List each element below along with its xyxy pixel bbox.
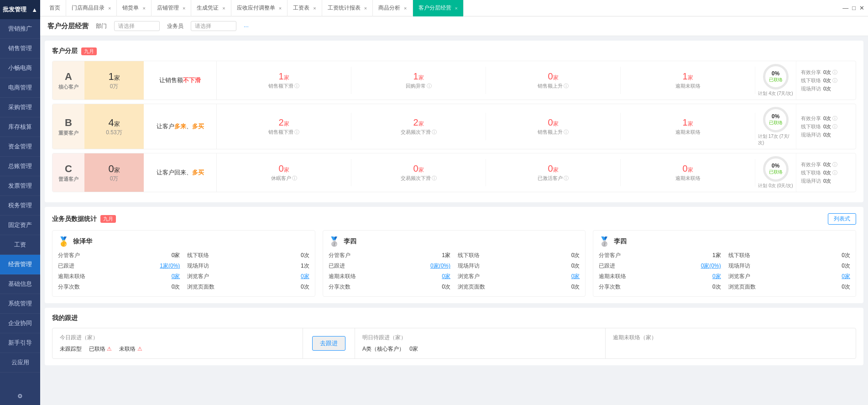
tab-工资表[interactable]: 工资表× — [288, 0, 322, 16]
tier-c-metric-3: 0家 已激活客户 ⓘ — [486, 159, 621, 186]
tab-生成凭证[interactable]: 生成凭证× — [191, 0, 231, 16]
staff-card-header-0: 🥇徐泽华 — [58, 236, 309, 247]
staff-stat-2-2: 已跟进0家(0%) — [599, 262, 721, 270]
customer-section-header: 客户分层 九月 — [52, 47, 856, 55]
staff-stat-val-1-5[interactable]: 0家 — [571, 273, 580, 280]
window-minimize-icon[interactable]: — — [842, 5, 848, 11]
today-label-untracked: 未跟踪型 — [60, 345, 82, 353]
staff-stat-label-0-7: 浏览页面数 — [187, 283, 214, 291]
window-maximize-icon[interactable]: □ — [852, 5, 856, 11]
tab-close-生成凭证[interactable]: × — [222, 5, 225, 11]
tab-close-工资统计报表[interactable]: × — [364, 5, 367, 11]
tab-close-门店商品目录[interactable]: × — [108, 5, 111, 11]
more-filters-btn[interactable]: ··· — [244, 23, 249, 30]
tab-店铺管理[interactable]: 店铺管理× — [152, 0, 191, 16]
tab-close-商品分析[interactable]: × — [404, 5, 407, 11]
staff-section-title: 业务员数据统计 — [52, 215, 97, 223]
sidebar-item-电商管理[interactable]: 电商管理 — [0, 78, 40, 98]
sidebar-item-企业协同[interactable]: 企业协同 — [0, 314, 40, 333]
window-close-icon[interactable]: ✕ — [859, 5, 864, 11]
followup-content: 今日跟进（家） 未跟踪型 已联络 ⚠ 未联络 ⚠ 去跟进 明日待跟进（家） A类… — [52, 328, 856, 359]
staff-stat-val-0-3: 1次 — [301, 262, 309, 270]
sidebar-item-工资[interactable]: 工资 — [0, 235, 40, 255]
staff-stats-grid-0: 分管客户0家线下联络0次已跟进1家(0%)现场拜访1次逾期未联络0家浏览客户0家… — [58, 252, 309, 291]
staff-stat-val-2-3: 0次 — [842, 262, 850, 270]
staff-stat-val-0-7: 0次 — [301, 283, 309, 291]
sidebar-item-云应用[interactable]: 云应用 — [0, 353, 40, 373]
tier-c-metric-2: 0家 交易频次下滑 ⓘ — [351, 159, 486, 186]
staff-stat-val-1-4[interactable]: 0家 — [442, 273, 450, 280]
sidebar-item-库存核算[interactable]: 库存核算 — [0, 117, 40, 137]
staff-stats-grid-1: 分管客户1家线下联络0次已跟进0家(0%)现场拜访0次逾期未联络0家浏览客户0家… — [329, 252, 580, 291]
tab-close-店铺管理[interactable]: × — [183, 5, 185, 11]
sidebar-item-营销推广[interactable]: 营销推广 — [0, 19, 40, 39]
sidebar-item-小畅电商[interactable]: 小畅电商 — [0, 58, 40, 78]
sidebar-item-固定资产[interactable]: 固定资产 — [0, 216, 40, 235]
sidebar-item-资金管理[interactable]: 资金管理 — [0, 137, 40, 157]
tomorrow-col-content: A类（核心客户） 0家 — [362, 345, 598, 353]
tier-a-count: 1家 — [108, 71, 120, 83]
tab-门店商品目录[interactable]: 门店商品目录× — [66, 0, 117, 16]
sidebar-item-基础信息[interactable]: 基础信息 — [0, 274, 40, 294]
staff-stat-label-0-1: 线下联络 — [187, 252, 209, 259]
staff-stat-label-0-2: 已跟进 — [58, 262, 74, 270]
staff-stat-val-2-5[interactable]: 0家 — [842, 273, 850, 280]
tier-a-count-block: 1家 0万 — [84, 61, 144, 100]
sidebar: 批发管理 ▲ 营销推广销售管理小畅电商电商管理采购管理库存核算资金管理总账管理发… — [0, 0, 40, 405]
staff-name-1: 李四 — [344, 237, 356, 246]
tab-close-应收应付调整单[interactable]: × — [279, 5, 282, 11]
sidebar-item-系统管理[interactable]: 系统管理 — [0, 294, 40, 314]
settings-gear[interactable]: ⚙ — [0, 387, 40, 405]
list-view-btn[interactable]: 列表式 — [828, 213, 856, 225]
tab-销货单[interactable]: 销货单× — [117, 0, 151, 16]
tab-商品分析[interactable]: 商品分析× — [373, 0, 413, 16]
staff-stat-label-1-6: 分享次数 — [329, 283, 350, 291]
staff-stat-0-5: 浏览客户0家 — [187, 273, 309, 280]
staff-stat-val-0-5[interactable]: 0家 — [301, 273, 309, 280]
sidebar-header[interactable]: 批发管理 ▲ — [0, 0, 40, 19]
tab-close-销货单[interactable]: × — [142, 5, 145, 11]
staff-card-1: 🥈李四分管客户1家线下联络0次已跟进0家(0%)现场拜访0次逾期未联络0家浏览客… — [323, 230, 586, 297]
tab-close-工资表[interactable]: × — [313, 5, 316, 11]
staff-stat-0-0: 分管客户0家 — [58, 252, 180, 259]
tier-b-metrics: 2家 销售额下滑 ⓘ 2家 交易频次下滑 ⓘ 0家 销售额上升 ⓘ 1家 逾期未… — [217, 104, 856, 149]
sidebar-item-新手引导[interactable]: 新手引导 — [0, 333, 40, 353]
goto-followup-btn[interactable]: 去跟进 — [312, 336, 345, 351]
tier-c-name: 普通客户 — [58, 176, 78, 183]
sidebar-item-总账管理[interactable]: 总账管理 — [0, 157, 40, 176]
sidebar-item-税务管理[interactable]: 税务管理 — [0, 196, 40, 216]
tab-应收应付调整单[interactable]: 应收应付调整单× — [231, 0, 288, 16]
staff-stat-val-2-2[interactable]: 0家(0%) — [701, 262, 721, 270]
tier-a-metric-3: 0家 销售额上升 ⓘ — [486, 67, 621, 94]
tab-首页[interactable]: 首页 — [44, 0, 66, 16]
sidebar-collapse-icon[interactable]: ▲ — [31, 6, 37, 13]
staff-stat-val-1-2[interactable]: 0家(0%) — [430, 262, 450, 270]
staff-stat-label-2-1: 线下联络 — [728, 252, 750, 259]
staff-grid: 🥇徐泽华分管客户0家线下联络0次已跟进1家(0%)现场拜访1次逾期未联络0家浏览… — [52, 230, 856, 297]
staff-stat-0-2: 已跟进1家(0%) — [58, 262, 180, 270]
sidebar-item-经营管理[interactable]: 经营管理 — [0, 255, 40, 274]
tab-close-客户分层经营[interactable]: × — [455, 5, 458, 11]
sidebar-item-销售管理[interactable]: 销售管理 — [0, 39, 40, 58]
tab-客户分层经营[interactable]: 客户分层经营× — [413, 0, 464, 16]
tier-b-metric-1: 2家 销售额下滑 ⓘ — [217, 113, 351, 140]
customer-section: 客户分层 九月 A 核心客户 1家 0万 让销售额不下滑 1家 — [45, 41, 863, 202]
today-label-contacted: 已联络 ⚠ — [89, 345, 112, 353]
staff-stat-label-2-2: 已跟进 — [599, 262, 615, 270]
today-col-title: 今日跟进（家） — [60, 334, 295, 342]
staff-medal-2: 🥈 — [599, 236, 610, 247]
sidebar-item-采购管理[interactable]: 采购管理 — [0, 98, 40, 117]
tab-工资统计报表[interactable]: 工资统计报表× — [322, 0, 373, 16]
staff-select[interactable]: 请选择 — [191, 21, 236, 31]
staff-stat-val-2-4[interactable]: 0家 — [712, 273, 721, 280]
staff-section-header: 业务员数据统计 九月 列表式 — [52, 213, 856, 225]
sidebar-item-发票管理[interactable]: 发票管理 — [0, 176, 40, 196]
followup-header: 我的跟进 — [52, 314, 856, 322]
staff-stat-val-0-2[interactable]: 1家(0%) — [160, 262, 180, 270]
tier-c-count-block: 0家 0万 — [84, 153, 144, 192]
staff-stat-val-0-4[interactable]: 0家 — [172, 273, 180, 280]
tier-c-amount: 0万 — [110, 175, 119, 183]
staff-stat-2-7: 浏览页面数0次 — [728, 283, 850, 291]
dept-select[interactable]: 请选择 — [114, 21, 160, 31]
sidebar-title: 批发管理 — [3, 5, 26, 14]
